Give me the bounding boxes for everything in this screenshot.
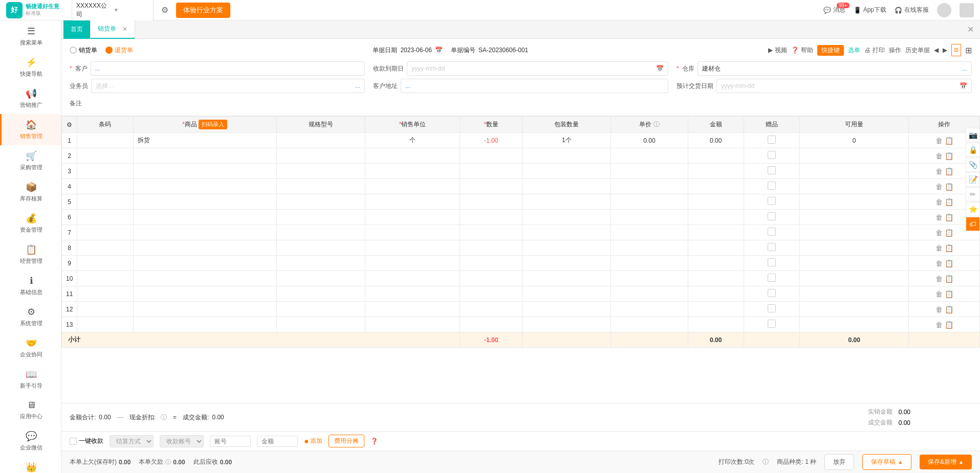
cell-qty[interactable] — [460, 164, 522, 179]
prev-btn[interactable]: ◀ — [934, 47, 939, 54]
copy-icon[interactable]: 📋 — [945, 275, 953, 283]
history-btn[interactable]: 历史单据 — [905, 46, 930, 55]
salesperson-dots[interactable]: ... — [355, 82, 360, 89]
help-btn[interactable]: ❓帮助 — [791, 46, 813, 55]
cell-pack-qty[interactable] — [522, 256, 611, 271]
copy-icon[interactable]: 📋 — [945, 259, 953, 267]
info-icon[interactable]: ⓘ — [654, 121, 660, 128]
cell-barcode[interactable] — [77, 317, 133, 332]
delete-icon[interactable]: 🗑 — [935, 183, 943, 191]
cell-pack-qty[interactable]: 1个 — [522, 133, 611, 148]
cell-unit[interactable] — [365, 240, 460, 256]
print-btn[interactable]: 🖨打印 — [864, 46, 885, 55]
cell-qty[interactable] — [460, 240, 522, 256]
gift-checkbox[interactable] — [768, 212, 776, 220]
cell-spec[interactable] — [276, 286, 365, 302]
expected-cal-icon[interactable]: 📅 — [960, 82, 967, 89]
payment-method-select[interactable]: 结算方式 — [110, 435, 154, 447]
warehouse-input[interactable]: 建材仓 ... — [698, 61, 972, 76]
user-menu[interactable] — [960, 3, 974, 17]
cell-unit[interactable] — [365, 194, 460, 210]
cell-spec[interactable] — [276, 210, 365, 225]
copy-icon[interactable]: 📋 — [945, 305, 953, 313]
sidebar-item-system[interactable]: ⚙ 系统管理 — [0, 301, 61, 332]
cell-barcode[interactable] — [77, 286, 133, 302]
cell-product[interactable] — [133, 225, 276, 240]
cell-barcode[interactable] — [77, 271, 133, 286]
cell-spec[interactable] — [276, 194, 365, 210]
cell-spec[interactable] — [276, 240, 365, 256]
cell-product[interactable] — [133, 194, 276, 210]
radio-return[interactable]: 退货单 — [105, 46, 133, 55]
float-edit[interactable]: ✏ — [966, 187, 980, 201]
sidebar-item-marketing[interactable]: 📢 营销推广 — [0, 83, 61, 114]
cell-barcode[interactable] — [77, 148, 133, 164]
cell-unit[interactable] — [365, 225, 460, 240]
cell-qty[interactable] — [460, 179, 522, 194]
gift-checkbox[interactable] — [768, 151, 776, 159]
cell-gift[interactable] — [744, 164, 799, 179]
tab-close-all[interactable]: ✕ — [967, 25, 978, 34]
cell-pack-qty[interactable] — [522, 210, 611, 225]
sidebar-item-search[interactable]: ☰ 搜索菜单 — [0, 20, 61, 52]
add-button[interactable]: ● 添加 — [304, 437, 322, 446]
cell-unit-price[interactable] — [611, 317, 688, 332]
cell-barcode[interactable] — [77, 133, 133, 148]
cell-product[interactable] — [133, 210, 276, 225]
cell-amount[interactable] — [688, 225, 744, 240]
copy-icon[interactable]: 📋 — [945, 229, 953, 237]
account-input[interactable] — [210, 436, 251, 447]
messages-button[interactable]: 💬 消息 99+ — [823, 6, 845, 14]
cell-unit[interactable]: 个 — [365, 133, 460, 148]
cell-qty[interactable] — [460, 225, 522, 240]
cell-barcode[interactable] — [77, 179, 133, 194]
cell-gift[interactable] — [744, 317, 799, 332]
payment-checkbox[interactable] — [70, 438, 77, 445]
note-input[interactable] — [85, 96, 972, 110]
th-settings[interactable]: ⚙ — [62, 117, 77, 133]
select-btn[interactable]: 选单 — [848, 46, 860, 55]
cell-pack-qty[interactable] — [522, 271, 611, 286]
sidebar-item-basics[interactable]: ℹ 基础信息 — [0, 270, 61, 301]
cell-barcode[interactable] — [77, 194, 133, 210]
grid-view-btn[interactable]: ⊞ — [965, 46, 972, 55]
shortcut-btn[interactable]: 快捷键 — [817, 45, 844, 56]
float-tag[interactable]: 🏷 — [966, 217, 980, 231]
cell-unit[interactable] — [365, 256, 460, 271]
cell-barcode[interactable] — [77, 240, 133, 256]
radio-sales[interactable]: 销货单 — [70, 46, 97, 55]
float-star[interactable]: ⭐ — [966, 202, 980, 216]
delete-icon[interactable]: 🗑 — [935, 167, 943, 175]
copy-icon[interactable]: 📋 — [945, 167, 953, 175]
cell-spec[interactable] — [276, 225, 365, 240]
company-selector[interactable]: XXXXXX公司 ▼ — [72, 0, 154, 21]
delete-icon[interactable]: 🗑 — [935, 244, 943, 252]
gift-checkbox[interactable] — [768, 182, 776, 190]
customer-input[interactable]: ... — [91, 61, 365, 76]
copy-icon[interactable]: 📋 — [945, 198, 953, 206]
cell-gift[interactable] — [744, 256, 799, 271]
cell-pack-qty[interactable] — [522, 286, 611, 302]
gift-checkbox[interactable] — [768, 243, 776, 251]
gift-checkbox[interactable] — [768, 320, 776, 328]
delete-icon[interactable]: 🗑 — [935, 213, 943, 221]
cell-qty[interactable] — [460, 194, 522, 210]
online-service-button[interactable]: 🎧 在线客服 — [895, 6, 929, 14]
tab-sales-order[interactable]: 销货单 ✕ — [91, 20, 135, 39]
cell-unit[interactable] — [365, 286, 460, 302]
cell-amount[interactable] — [688, 194, 744, 210]
copy-icon[interactable]: 📋 — [945, 152, 953, 160]
cell-barcode[interactable] — [77, 164, 133, 179]
cell-unit-price[interactable] — [611, 240, 688, 256]
cell-barcode[interactable] — [77, 302, 133, 317]
expense-button[interactable]: 费用分摊 — [329, 435, 364, 447]
cell-gift[interactable] — [744, 194, 799, 210]
tab-close-icon[interactable]: ✕ — [122, 26, 127, 33]
tab-home[interactable]: 首页 — [63, 20, 91, 39]
cell-unit-price[interactable] — [611, 148, 688, 164]
cell-unit-price[interactable] — [611, 271, 688, 286]
discard-button[interactable]: 放弃 — [824, 454, 854, 470]
cell-pack-qty[interactable] — [522, 240, 611, 256]
cell-unit[interactable] — [365, 271, 460, 286]
cell-product[interactable] — [133, 148, 276, 164]
